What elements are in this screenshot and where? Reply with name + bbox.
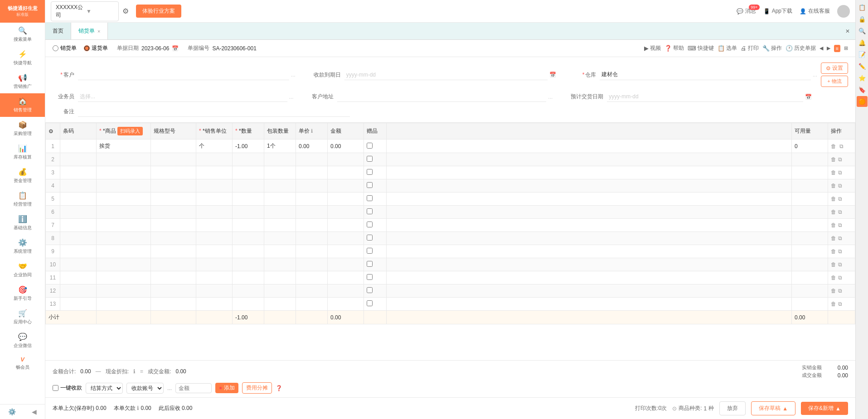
message-btn[interactable]: 💬 消息 99+ bbox=[737, 7, 756, 15]
cell-amount-1[interactable]: 0.00 bbox=[328, 140, 364, 153]
trial-button[interactable]: 体验行业方案 bbox=[136, 5, 181, 18]
delete-icon-3[interactable]: 🗑 bbox=[831, 169, 836, 176]
cell-gift-2[interactable] bbox=[364, 153, 387, 166]
company-selector[interactable]: XXXXXX公司 ▼ bbox=[51, 1, 119, 21]
save-draft-btn[interactable]: 保存草稿 ▲ bbox=[751, 401, 795, 415]
select-order-btn[interactable]: 📋 选单 bbox=[718, 44, 737, 52]
add-payment-btn[interactable]: ● 添加 bbox=[215, 383, 238, 393]
cell-product-1[interactable]: 挨货 bbox=[97, 140, 151, 153]
bill-debt-help[interactable]: ℹ bbox=[137, 405, 139, 411]
sidebar-item-enterprise[interactable]: 🤝 企业协同 bbox=[0, 258, 45, 282]
app-download-btn[interactable]: 📱 App下载 bbox=[763, 7, 792, 15]
cell-qty-2[interactable] bbox=[233, 153, 264, 166]
sidebar-item-member[interactable]: V 畅会员 bbox=[0, 352, 45, 374]
gift-checkbox-3[interactable] bbox=[367, 169, 373, 175]
expense-help-icon[interactable]: ❓ bbox=[276, 385, 282, 391]
copy-icon-1[interactable]: ⧉ bbox=[839, 143, 844, 149]
account-select[interactable]: 收款账号 bbox=[126, 383, 164, 394]
warehouse-input[interactable] bbox=[600, 70, 811, 80]
rp-icon-pencil[interactable]: ✏️ bbox=[857, 61, 868, 72]
cell-price-1[interactable]: 0.00 bbox=[296, 140, 328, 153]
sidebar-item-inventory[interactable]: 📊 库存核算 bbox=[0, 140, 45, 164]
sidebar-item-appstore[interactable]: 🛒 应用中心 bbox=[0, 305, 45, 329]
nav-prev-btn[interactable]: ◀ bbox=[820, 45, 823, 51]
sidebar-item-system[interactable]: ⚙️ 系统管理 bbox=[0, 235, 45, 258]
delete-icon-1[interactable]: 🗑 bbox=[831, 143, 836, 149]
company-settings-icon[interactable]: ⚙ bbox=[122, 7, 129, 15]
settlement-select[interactable]: 结算方式 bbox=[86, 383, 123, 394]
help-btn[interactable]: ❓ 帮助 bbox=[664, 44, 684, 52]
expected-date-input[interactable] bbox=[607, 92, 803, 102]
user-avatar[interactable] bbox=[837, 5, 850, 18]
sidebar-item-wechat[interactable]: 💬 企业微信 bbox=[0, 329, 45, 352]
cell-unit-1[interactable]: 个 bbox=[196, 140, 233, 153]
sidebar-item-business[interactable]: 📋 经营管理 bbox=[0, 188, 45, 211]
copy-icon-2[interactable]: ⧉ bbox=[838, 156, 842, 163]
customer-input[interactable] bbox=[78, 70, 289, 80]
cell-product-2[interactable] bbox=[97, 153, 151, 166]
sidebar-item-guide[interactable]: 🎯 新手引导 bbox=[0, 282, 45, 305]
cell-amount-2[interactable] bbox=[328, 153, 364, 166]
cell-price-2[interactable] bbox=[296, 153, 328, 166]
rp-icon-lock[interactable]: 🔒 bbox=[857, 14, 868, 24]
one-click-payment-label[interactable]: 一键收款 bbox=[53, 384, 82, 392]
close-all-tabs[interactable]: ✕ bbox=[840, 28, 855, 34]
sidebar-item-marketing[interactable]: 📢 营销推广 bbox=[0, 70, 45, 93]
sidebar-item-finance[interactable]: 💰 资金管理 bbox=[0, 164, 45, 188]
sidebar-item-sales[interactable]: 🏠 销售管理 bbox=[0, 93, 45, 117]
cell-unit-2[interactable] bbox=[196, 153, 233, 166]
layout-grid-btn[interactable]: ⊞ bbox=[844, 45, 848, 51]
discount-help-icon[interactable]: ℹ bbox=[133, 368, 136, 375]
nav-next-btn[interactable]: ▶ bbox=[827, 45, 830, 51]
video-btn[interactable]: ▶ 视频 bbox=[644, 44, 661, 52]
cell-spec-1[interactable] bbox=[151, 140, 196, 153]
account-dots[interactable]: ... bbox=[167, 385, 172, 391]
sidebar-item-quick-nav[interactable]: ⚡ 快捷导航 bbox=[0, 46, 45, 70]
sidebar-collapse-icon[interactable]: ◀ bbox=[32, 408, 37, 415]
cell-spec-2[interactable] bbox=[151, 153, 196, 166]
customer-dots[interactable]: ... bbox=[291, 72, 296, 78]
online-service-btn[interactable]: 👤 在线客服 bbox=[800, 7, 830, 15]
layout-list-btn[interactable]: ≡ bbox=[834, 45, 840, 52]
rp-icon-note[interactable]: 📝 bbox=[857, 49, 868, 60]
salesman-input[interactable] bbox=[78, 92, 287, 102]
one-click-payment-checkbox[interactable] bbox=[53, 385, 58, 391]
rp-icon-star[interactable]: ⭐ bbox=[857, 72, 868, 83]
rp-icon-bell[interactable]: 🔔 bbox=[857, 37, 868, 48]
gift-checkbox-1[interactable] bbox=[367, 143, 373, 149]
cell-gift-1[interactable] bbox=[364, 140, 387, 153]
calendar-icon[interactable]: 📅 bbox=[172, 45, 179, 52]
expense-split-btn[interactable]: 费用分摊 bbox=[242, 382, 272, 394]
amount-input[interactable] bbox=[175, 383, 212, 393]
cell-barcode-1[interactable] bbox=[60, 140, 97, 153]
discard-btn[interactable]: 放弃 bbox=[719, 401, 746, 415]
customer-addr-dots[interactable]: ... bbox=[548, 94, 553, 100]
sidebar-settings-icon[interactable]: ⚙️ bbox=[8, 408, 16, 415]
rp-icon-clipboard[interactable]: 📋 bbox=[857, 2, 868, 13]
logistics-btn[interactable]: + 物流 bbox=[821, 76, 848, 87]
warehouse-dots[interactable]: ... bbox=[813, 72, 817, 78]
cell-barcode-2[interactable] bbox=[60, 153, 97, 166]
rp-icon-search[interactable]: 🔍 bbox=[857, 25, 868, 36]
rp-icon-bookmark[interactable]: 🔖 bbox=[857, 84, 868, 95]
rp-icon-orange[interactable]: 🟠 bbox=[857, 96, 868, 107]
print-btn[interactable]: 🖨 打印 bbox=[741, 44, 759, 52]
radio-return-input[interactable] bbox=[84, 45, 90, 51]
sidebar-item-search[interactable]: 🔍 搜索菜单 bbox=[0, 23, 45, 46]
tab-home[interactable]: 首页 bbox=[45, 23, 71, 39]
operate-btn[interactable]: 🔧 操作 bbox=[762, 44, 782, 52]
cell-pkg-1[interactable]: 1个 bbox=[264, 140, 296, 153]
tab-close-icon[interactable]: × bbox=[97, 29, 100, 34]
history-btn[interactable]: 🕐 历史单据 bbox=[786, 44, 816, 52]
delete-icon-2[interactable]: 🗑 bbox=[831, 156, 836, 163]
tab-sales-order[interactable]: 销货单 × bbox=[71, 23, 108, 39]
expected-date-calendar-icon[interactable]: 📅 bbox=[805, 94, 812, 100]
settings-action-btn[interactable]: ⚙ 设置 bbox=[821, 63, 848, 74]
save-new-btn[interactable]: 保存&新增 ▲ bbox=[801, 402, 848, 415]
remarks-input[interactable] bbox=[78, 106, 350, 117]
payment-date-calendar-icon[interactable]: 📅 bbox=[549, 72, 556, 78]
payment-date-input[interactable] bbox=[344, 70, 548, 80]
radio-return[interactable]: 退货单 bbox=[84, 44, 108, 52]
customer-addr-input[interactable] bbox=[337, 92, 547, 102]
salesman-dots[interactable]: ... bbox=[289, 94, 294, 100]
